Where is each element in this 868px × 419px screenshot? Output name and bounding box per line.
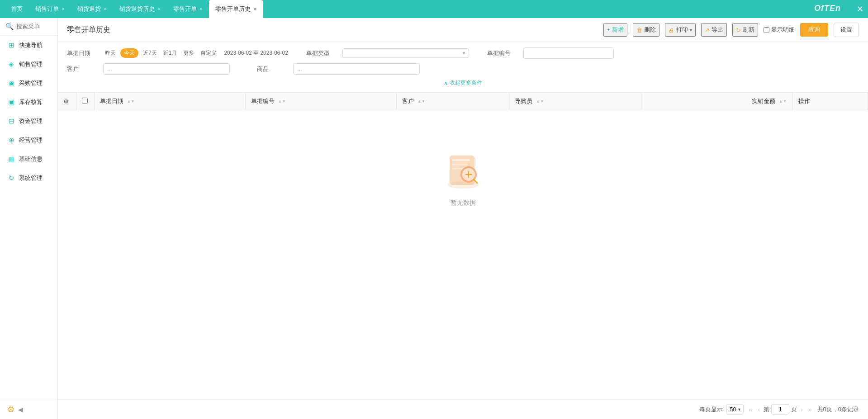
table-wrapper: ⚙ 单据日期 ▲▼ 单据编号 ▲▼ — [58, 93, 868, 399]
date-btn-more[interactable]: 更多 — [181, 48, 196, 58]
empty-icon — [441, 146, 486, 192]
first-page-button[interactable]: « — [747, 405, 754, 414]
sidebar-item-system-mgmt[interactable]: ↻ 系统管理 — [0, 169, 57, 188]
date-btn-yesterday[interactable]: 昨天 — [103, 48, 118, 58]
operations-icon: ⊕ — [7, 136, 15, 144]
page-suffix: 页 — [791, 405, 797, 414]
sidebar-item-operations-mgmt[interactable]: ⊕ 经营管理 — [0, 131, 57, 150]
collapse-sidebar-icon[interactable]: ◀ — [18, 406, 23, 413]
empty-text: 暂无数据 — [451, 199, 476, 207]
customer-input[interactable]: ... — [103, 63, 230, 75]
close-retail-open-tab[interactable]: × — [199, 6, 203, 12]
per-page-select[interactable]: 50 ▾ — [726, 404, 743, 414]
sidebar: 🔍 搜索采单 ⊞ 快捷导航 ◈ 销售管理 ◉ 采购管理 ▣ 库存核算 ⊟ 资金管… — [0, 18, 58, 419]
sidebar-item-purchase-mgmt[interactable]: ◉ 采购管理 — [0, 74, 57, 93]
system-icon: ↻ — [7, 174, 15, 182]
close-sales-order-tab[interactable]: × — [62, 6, 65, 12]
doc-number-label: 单据编号 — [487, 49, 514, 57]
th-checkbox[interactable] — [76, 93, 94, 110]
doc-type-select[interactable]: ▾ — [342, 48, 469, 58]
sidebar-item-inventory[interactable]: ▣ 库存核算 — [0, 93, 57, 112]
total-info: 共0页，0条记录 — [817, 405, 859, 414]
date-btn-custom[interactable]: 自定义 — [199, 48, 218, 58]
sidebar-item-basic-info[interactable]: ▦ 基础信息 — [0, 150, 57, 169]
purchase-icon: ◉ — [7, 79, 15, 87]
collapse-arrow-icon: ∧ — [444, 80, 448, 86]
sidebar-search[interactable]: 🔍 搜索采单 — [0, 18, 57, 36]
select-all-checkbox[interactable] — [82, 98, 88, 104]
th-guide[interactable]: 导购员 ▲▼ — [509, 93, 641, 110]
svg-rect-3 — [452, 164, 468, 165]
tab-sales-order[interactable]: 销售订单 × — [29, 0, 71, 18]
date-range-display: 2023-06-02 至 2023-06-02 — [224, 49, 288, 57]
per-page-label: 每页显示 — [699, 405, 723, 414]
prev-page-button[interactable]: ‹ — [756, 405, 762, 414]
date-label: 单据日期 — [67, 49, 94, 57]
last-page-button[interactable]: » — [806, 405, 814, 414]
svg-rect-2 — [452, 159, 470, 161]
window-close-icon[interactable]: ✕ — [857, 4, 863, 14]
table-settings-icon[interactable]: ⚙ — [63, 98, 69, 105]
add-button[interactable]: + 新增 — [603, 23, 627, 37]
th-settings[interactable]: ⚙ — [58, 93, 76, 110]
display-detail-checkbox[interactable] — [764, 27, 769, 33]
print-arrow-icon: ▾ — [690, 28, 692, 33]
sort-date-icon: ▲▼ — [127, 99, 135, 104]
doc-type-arrow-icon: ▾ — [463, 51, 465, 56]
th-customer[interactable]: 客户 ▲▼ — [397, 93, 509, 110]
date-btn-today[interactable]: 今天 — [120, 48, 138, 58]
tab-retail-open-history[interactable]: 零售开单历史 × — [209, 0, 263, 18]
sidebar-item-quick-nav[interactable]: ⊞ 快捷导航 — [0, 36, 57, 55]
sidebar-item-sales-mgmt[interactable]: ◈ 销售管理 — [0, 55, 57, 74]
finance-icon: ⊟ — [7, 117, 15, 125]
page-header: 零售开单历史 + 新增 🗑 删除 🖨 打印 ▾ ↗ 导出 — [58, 18, 868, 42]
th-amount[interactable]: 实销金额 ▲▼ — [641, 93, 792, 110]
page-number-input[interactable] — [771, 404, 789, 414]
date-btn-1month[interactable]: 近1月 — [161, 48, 179, 58]
close-sales-return-tab[interactable]: × — [104, 6, 107, 12]
refresh-button[interactable]: ↻ 刷新 — [732, 23, 758, 37]
date-btn-7days[interactable]: 近7天 — [141, 48, 159, 58]
sort-number-icon: ▲▼ — [278, 99, 286, 104]
pagination: 每页显示 50 ▾ « ‹ 第 页 › » 共0页，0条记录 — [58, 399, 868, 419]
tab-home[interactable]: 首页 — [5, 0, 29, 18]
th-date[interactable]: 单据日期 ▲▼ — [94, 93, 245, 110]
print-button[interactable]: 🖨 打印 ▾ — [665, 23, 696, 37]
close-sales-return-history-tab[interactable]: × — [157, 6, 161, 12]
next-page-button[interactable]: › — [799, 405, 805, 414]
query-button[interactable]: + 新增 查询 — [800, 23, 828, 37]
basic-info-icon: ▦ — [7, 155, 15, 163]
sort-customer-icon: ▲▼ — [417, 99, 426, 104]
goods-label: 商品 — [257, 65, 284, 73]
search-icon: 🔍 — [5, 23, 14, 31]
tab-retail-open[interactable]: 零售开单 × — [167, 0, 209, 18]
tab-sales-return[interactable]: 销货退货 × — [71, 0, 113, 18]
display-detail-option[interactable]: 显示明细 — [764, 26, 795, 34]
empty-state: 暂无数据 — [58, 110, 868, 243]
inventory-icon: ▣ — [7, 98, 15, 106]
close-retail-open-history-tab[interactable]: × — [253, 6, 256, 12]
export-button[interactable]: ↗ 导出 — [701, 23, 727, 37]
settings-icon[interactable]: ⚙ — [7, 405, 14, 414]
sort-guide-icon: ▲▼ — [536, 99, 544, 104]
sales-icon: ◈ — [7, 60, 15, 68]
page-prefix: 第 — [764, 405, 769, 414]
doc-number-input[interactable] — [523, 47, 614, 59]
goods-input[interactable]: ... — [293, 63, 420, 75]
date-shortcuts: 昨天 今天 近7天 近1月 更多 自定义 2023-06-02 至 2023-0… — [103, 48, 288, 58]
th-number[interactable]: 单据编号 ▲▼ — [245, 93, 396, 110]
page-nav: « ‹ 第 页 › » — [747, 404, 814, 414]
data-table: ⚙ 单据日期 ▲▼ 单据编号 ▲▼ — [58, 93, 868, 110]
doc-type-label: 单据类型 — [306, 49, 333, 57]
delete-button[interactable]: 🗑 删除 — [633, 23, 659, 37]
sidebar-item-finance-mgmt[interactable]: ⊟ 资金管理 — [0, 112, 57, 131]
quick-nav-icon: ⊞ — [7, 41, 15, 49]
customer-dots: ... — [107, 66, 112, 72]
filter-area: 单据日期 昨天 今天 近7天 近1月 更多 自定义 2023-06-02 至 2… — [58, 42, 868, 93]
tab-sales-return-history[interactable]: 销货退货历史 × — [113, 0, 167, 18]
toolbar: + 新增 🗑 删除 🖨 打印 ▾ ↗ 导出 ↻ 刷新 — [603, 23, 859, 37]
th-action: 操作 — [792, 93, 868, 110]
collapse-filter-bar[interactable]: ∧ 收起更多条件 — [67, 79, 859, 87]
brand-logo: OfTEn — [814, 4, 841, 13]
setting-button[interactable]: 设置 — [834, 23, 859, 37]
